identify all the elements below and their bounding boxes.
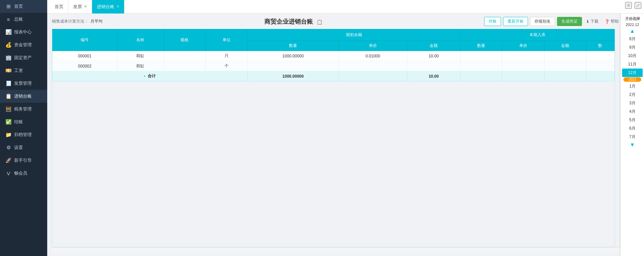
row-id: 000002: [53, 61, 117, 71]
sidebar-item-inventory[interactable]: 📋 进销台账: [0, 90, 47, 103]
total-init-qty: 1000.00000: [247, 71, 339, 81]
sidebar-item-settings[interactable]: ⚙ 设置: [0, 141, 47, 154]
row-init-amount: [407, 61, 460, 71]
funds-icon: 💰: [5, 42, 11, 48]
month-item-5[interactable]: 5月: [621, 116, 644, 124]
total-label: ▪ 合计: [53, 71, 247, 81]
save-alias-button[interactable]: 存报别名: [530, 17, 555, 26]
content-header: 销售成本计算方法： 月平均 商贸企业进销台账 📋 对账 重新开账 存报别名 生成…: [52, 17, 639, 26]
tax-icon: 🧮: [5, 106, 11, 112]
total-icon: ▪: [144, 74, 145, 78]
row-in-amount: [544, 51, 586, 61]
sidebar-item-vip[interactable]: V 畅会员: [0, 167, 47, 180]
month-item-9[interactable]: 9月: [621, 43, 644, 52]
month-item-10[interactable]: 10月: [621, 52, 644, 60]
row-in-price: [502, 61, 544, 71]
sidebar-item-label: 首页: [14, 3, 23, 9]
sidebar-item-archive[interactable]: 📁 归档管理: [0, 128, 47, 141]
settings-icon: ⚙: [5, 145, 11, 151]
row-in-extra: [586, 51, 614, 61]
page-title-icon: 📋: [317, 19, 322, 25]
tab-home[interactable]: 首页: [50, 0, 68, 14]
tab-home-label: 首页: [55, 4, 63, 10]
download-icon: ⬇: [586, 19, 589, 24]
sidebar-item-label: 固定资产: [14, 55, 32, 61]
col-init-amount: 金额: [407, 41, 460, 51]
help-icon: ❓: [605, 19, 610, 24]
sidebar-item-assets[interactable]: 🏢 固定资产: [0, 51, 47, 64]
tab-inventory[interactable]: 进销台账 ✕: [92, 0, 124, 14]
month-item-8[interactable]: 8月: [621, 35, 644, 43]
sidebar-item-label: 进销台账: [14, 93, 32, 99]
window-maximize-button[interactable]: ⤢: [635, 2, 641, 9]
tab-invoice-label: 发票: [73, 4, 82, 10]
salary-icon: 💴: [5, 68, 11, 74]
total-row: ▪ 合计 1000.00000 10.00: [53, 71, 615, 81]
sidebar-item-label: 报表中心: [14, 29, 32, 35]
reconcile-button[interactable]: 对账: [484, 17, 501, 26]
cost-method-label: 销售成本计算方法：: [52, 19, 88, 24]
total-in-extra: [586, 71, 614, 81]
tabs-bar: 首页 发票 ✕ 进销台账 ✕: [47, 0, 644, 14]
total-init-amount: 10.00: [407, 71, 460, 81]
sidebar-item-settlement[interactable]: ✅ 结账: [0, 116, 47, 128]
month-next-button[interactable]: ▼: [621, 141, 644, 149]
row-unit: 只: [205, 51, 247, 61]
sidebar-item-home[interactable]: ⊞ 首页: [0, 0, 47, 13]
row-init-qty: 1000.00000: [247, 51, 339, 61]
reopen-button[interactable]: 重新开账: [503, 17, 528, 26]
month-item-2[interactable]: 2月: [621, 91, 644, 99]
help-button[interactable]: ❓ 帮助: [603, 17, 621, 26]
col-id: 编号: [53, 29, 117, 51]
row-init-price: [339, 61, 407, 71]
help-label: 帮助: [611, 19, 619, 24]
content-area: 销售成本计算方法： 月平均 商贸企业进销台账 📋 对账 重新开账 存报别名 生成…: [47, 14, 644, 256]
row-name: 前缸: [117, 61, 164, 71]
sidebar-item-invoice-mgmt[interactable]: 🧾 发票管理: [0, 77, 47, 90]
row-name: 前缸: [117, 51, 164, 61]
download-button[interactable]: ⬇ 下载: [584, 17, 601, 26]
sidebar-item-label: 总账: [14, 16, 23, 22]
tab-inventory-close[interactable]: ✕: [116, 4, 119, 9]
month-item-3[interactable]: 3月: [621, 99, 644, 107]
sidebar-item-label: 畅会员: [14, 170, 27, 176]
sidebar-item-guide[interactable]: 🚀 新手引导: [0, 154, 47, 167]
vip-icon: V: [5, 171, 11, 176]
generate-voucher-button[interactable]: 生成凭证: [557, 17, 582, 26]
tab-invoice-close[interactable]: ✕: [84, 4, 87, 9]
inventory-icon: 📋: [5, 93, 11, 99]
row-init-price: 0.01000: [339, 51, 407, 61]
col-name: 名称: [117, 29, 164, 51]
sidebar-item-salary[interactable]: 💴 工资: [0, 64, 47, 77]
col-unit: 单位: [205, 29, 247, 51]
total-text: 合计: [148, 74, 156, 78]
scrollbar-area[interactable]: [52, 247, 639, 253]
sidebar-item-tax[interactable]: 🧮 税务管理: [0, 103, 47, 116]
row-in-amount: [544, 61, 586, 71]
table-wrapper[interactable]: 编号 名称 规格 单位 期初余额 本期入库 数量 单价 金额 数量 单价 金额: [52, 29, 615, 247]
month-item-1[interactable]: 1月: [621, 82, 644, 91]
month-item-11[interactable]: 11月: [621, 60, 644, 69]
col-in-extra: 数: [586, 41, 614, 51]
row-in-qty: [460, 51, 502, 61]
row-init-qty: [247, 61, 339, 71]
tab-invoice[interactable]: 发票 ✕: [68, 0, 92, 14]
guide-icon: 🚀: [5, 157, 11, 163]
sidebar-item-label: 新手引导: [14, 157, 32, 163]
month-item-12[interactable]: 12月: [622, 69, 643, 77]
month-item-6[interactable]: 6月: [621, 124, 644, 133]
month-prev-button[interactable]: ▲: [621, 27, 644, 35]
sidebar-item-label: 归档管理: [14, 132, 32, 138]
sidebar-item-label: 工资: [14, 68, 23, 74]
month-item-4[interactable]: 4月: [621, 107, 644, 116]
col-in-qty: 数量: [460, 41, 502, 51]
window-close-button[interactable]: ✕: [625, 2, 632, 9]
row-unit: 个: [205, 61, 247, 71]
reports-icon: 📊: [5, 29, 11, 35]
month-item-7[interactable]: 7月: [621, 133, 644, 141]
sidebar-item-ledger[interactable]: ≡ 总账: [0, 13, 47, 26]
sidebar-item-reports[interactable]: 📊 报表中心: [0, 26, 47, 39]
sidebar-item-label: 资金管理: [14, 42, 32, 48]
sidebar-item-funds[interactable]: 💰 资金管理: [0, 39, 47, 51]
table-row: 000001 前缸 只 1000.00000 0.01000 10.00: [53, 51, 615, 61]
